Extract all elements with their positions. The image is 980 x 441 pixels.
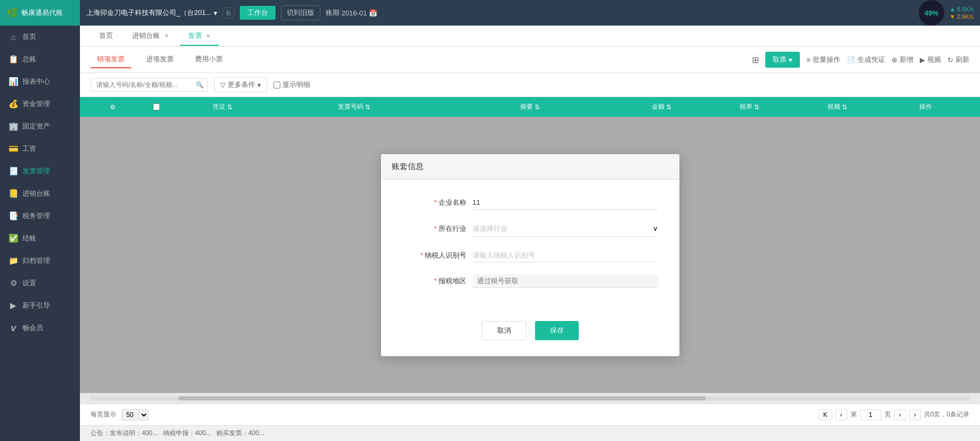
nav-tabs: 首页 进销台账 ✕ 发票 ✕ [80, 26, 980, 47]
workbench-button[interactable]: 工作台 [240, 6, 276, 20]
first-page-button[interactable]: K [819, 410, 832, 420]
sales-icon: 📒 [9, 189, 18, 198]
sidebar-item-settings[interactable]: ⚙ 设置 [0, 272, 80, 294]
sidebar-item-vip[interactable]: V 畅会员 [0, 317, 80, 339]
grid-view-icon[interactable]: ⊞ [752, 55, 759, 65]
sidebar-item-label: 新手引导 [22, 301, 50, 310]
sidebar-item-label: 报表中心 [22, 77, 50, 86]
th-voucher[interactable]: 凭证 ⇅ [179, 102, 266, 111]
show-detail-checkbox-label[interactable]: 显示明细 [273, 80, 310, 90]
invoice-tab-expense[interactable]: 费用小票 [189, 51, 229, 68]
toolbar-actions: ⊞ 取票 ▾ ≡ 批量操作 📄 生成凭证 ⊕ 新增 ▶ [752, 52, 969, 68]
sidebar-item-label: 设置 [22, 278, 36, 288]
sidebar-item-archive[interactable]: 📁 归档管理 [0, 250, 80, 272]
th-settings[interactable]: ⚙ [91, 103, 134, 111]
total-info: 共0页，0条记录 [924, 410, 969, 419]
tab-home[interactable]: 首页 [91, 27, 122, 46]
sidebar-item-funds[interactable]: 💰 资金管理 [0, 93, 80, 115]
sidebar-item-label: 资金管理 [22, 99, 50, 109]
invoice-tab-purchase[interactable]: 进项发票 [140, 51, 180, 68]
select-all-checkbox[interactable] [153, 103, 160, 110]
dialog-footer: 取消 保存 [381, 316, 679, 356]
settings-icon: ⚙ [9, 278, 18, 288]
company-name: 上海卯金刀电子科技有限公司_（台201... ▾ [86, 8, 217, 18]
archive-icon: 📁 [9, 256, 18, 266]
new-icon: ⊕ [892, 56, 897, 64]
show-detail-checkbox[interactable] [273, 82, 280, 89]
th-summary[interactable]: 摘要 ⇅ [442, 102, 618, 111]
sort-icon: ⇅ [534, 103, 540, 111]
industry-select[interactable]: 请选择行业 ∨ [473, 221, 658, 237]
ledger-icon: 📋 [9, 54, 18, 64]
bottom-footer: 公告：发布说明：400... 纳税申报：400... 购买发票：400... [80, 425, 980, 441]
salary-icon: 💳 [9, 144, 18, 154]
horizontal-scrollbar[interactable] [80, 393, 980, 404]
company-name-input[interactable] [473, 196, 658, 210]
sidebar-item-home[interactable]: ⌂ 首页 [0, 26, 80, 48]
th-checkbox[interactable] [134, 103, 178, 110]
tax-id-row: 纳税人识别号 [402, 248, 658, 262]
sort-icon: ⇅ [365, 103, 370, 111]
sidebar-item-sales[interactable]: 📒 进销台账 [0, 182, 80, 205]
sidebar-item-invoice[interactable]: 🧾 发票管理 [0, 160, 80, 182]
invoice-icon: 🧾 [9, 166, 18, 176]
main-area: 上海卯金刀电子科技有限公司_（台201... ▾ ⎘ 工作台 切到旧版 账期 2… [80, 0, 980, 441]
batch-icon: ≡ [806, 56, 811, 64]
tab-invoice[interactable]: 发票 ✕ [180, 27, 220, 46]
sidebar-item-ledger[interactable]: 📋 总账 [0, 48, 80, 70]
th-tax-rate[interactable]: 税率 ⇅ [706, 102, 793, 111]
batch-op-button[interactable]: ≡ 批量操作 [806, 55, 840, 65]
last-page-button[interactable]: › [909, 410, 921, 420]
close-sales-ledger-tab[interactable]: ✕ [164, 33, 169, 39]
close-invoice-tab[interactable]: ✕ [206, 33, 210, 39]
content-area: 账套信息 企业名称 所在行业 请选择行业 ∨ [80, 117, 980, 393]
tax-region-input [473, 274, 658, 288]
new-button[interactable]: ⊕ 新增 [892, 55, 913, 65]
sidebar-item-label: 总账 [22, 54, 36, 64]
th-tax-amount[interactable]: 税额 ⇅ [793, 102, 881, 111]
scrollbar-thumb[interactable] [179, 396, 706, 400]
tax-id-label: 纳税人识别号 [402, 251, 466, 260]
th-invoice-no[interactable]: 发票号码 ⇅ [266, 102, 442, 111]
topbar: 上海卯金刀电子科技有限公司_（台201... ▾ ⎘ 工作台 切到旧版 账期 2… [80, 0, 980, 26]
tab-sales-ledger[interactable]: 进销台账 ✕ [124, 27, 177, 46]
old-version-button[interactable]: 切到旧版 [281, 5, 320, 20]
chevron-down-icon: ▾ [257, 81, 261, 89]
guide-icon: ▶ [9, 301, 18, 310]
company-dropdown-icon[interactable]: ▾ [214, 9, 217, 17]
invoice-toolbar: 销项发票 进项发票 费用小票 ⊞ 取票 ▾ ≡ 批量操作 📄 [80, 47, 980, 73]
checkout-icon: ✅ [9, 234, 18, 243]
tax-icon: 📑 [9, 211, 18, 221]
copy-icon[interactable]: ⎘ [223, 7, 234, 19]
prev-page-button[interactable]: ‹ [836, 410, 847, 420]
cancel-button[interactable]: 取消 [482, 321, 527, 340]
take-ticket-button[interactable]: 取票 ▾ [765, 52, 800, 68]
sidebar-item-label: 工资 [22, 144, 36, 154]
search-input[interactable] [91, 78, 208, 92]
page-number-input[interactable] [860, 410, 881, 420]
sidebar-item-checkout[interactable]: ✅ 结账 [0, 227, 80, 250]
th-amount[interactable]: 金额 ⇅ [618, 102, 706, 111]
dropdown-arrow-icon: ▾ [789, 56, 792, 64]
sidebar-item-tax[interactable]: 📑 税务管理 [0, 205, 80, 227]
video-button[interactable]: ▶ 视频 [920, 55, 941, 65]
sidebar: 🌿 畅康通易代账 ⌂ 首页 📋 总账 📊 报表中心 💰 资金管理 🏢 固定资产 … [0, 0, 80, 441]
sidebar-item-assets[interactable]: 🏢 固定资产 [0, 115, 80, 138]
tax-id-input[interactable] [473, 248, 658, 262]
per-page-select[interactable]: 50 10 20 100 [122, 409, 149, 421]
funds-icon: 💰 [9, 99, 18, 109]
next-page-button[interactable]: › [894, 410, 906, 420]
refresh-button[interactable]: ↻ 刷新 [947, 55, 969, 65]
sidebar-item-guide[interactable]: ▶ 新手引导 [0, 294, 80, 317]
vip-icon: V [9, 324, 18, 333]
sidebar-item-reports[interactable]: 📊 报表中心 [0, 70, 80, 93]
period-info: 账期 2016-01 📅 [326, 8, 378, 18]
industry-label: 所在行业 [402, 224, 466, 234]
invoice-tab-sales[interactable]: 销项发票 [91, 51, 131, 68]
more-conditions-button[interactable]: ▽ 更多条件 ▾ [214, 77, 267, 92]
generate-voucher-button[interactable]: 📄 生成凭证 [847, 55, 885, 65]
sidebar-item-salary[interactable]: 💳 工资 [0, 138, 80, 160]
save-button[interactable]: 保存 [535, 321, 579, 340]
sidebar-logo: 🌿 畅康通易代账 [0, 0, 80, 26]
calendar-icon[interactable]: 📅 [369, 9, 377, 17]
